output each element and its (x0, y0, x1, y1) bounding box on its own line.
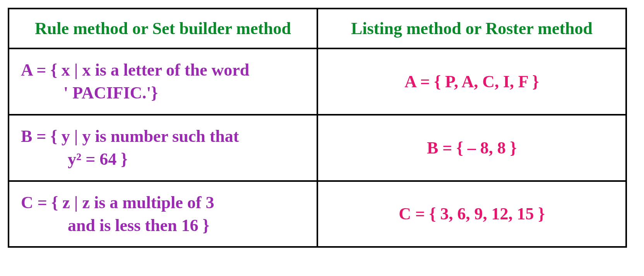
column-header-rule: Rule method or Set builder method (9, 9, 317, 48)
cell-rule-c: C = { z | z is a multiple of 3 and is le… (9, 181, 317, 247)
set-notation-table: Rule method or Set builder method Listin… (8, 8, 627, 248)
column-header-roster: Listing method or Roster method (317, 9, 626, 48)
table-row: A = { x | x is a letter of the word ' PA… (9, 48, 626, 115)
cell-roster-b: B = { – 8, 8 } (317, 115, 626, 181)
table-row: C = { z | z is a multiple of 3 and is le… (9, 181, 626, 247)
cell-rule-b: B = { y | y is number such that y² = 64 … (9, 115, 317, 181)
table-row: B = { y | y is number such that y² = 64 … (9, 115, 626, 181)
cell-roster-a: A = { P, A, C, I, F } (317, 48, 626, 115)
cell-roster-c: C = { 3, 6, 9, 12, 15 } (317, 181, 626, 247)
cell-rule-a: A = { x | x is a letter of the word ' PA… (9, 48, 317, 115)
